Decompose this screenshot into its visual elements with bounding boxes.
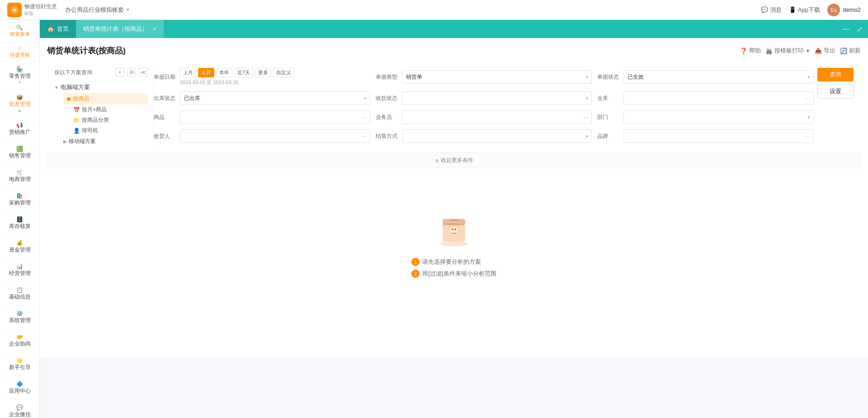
filter-row-1: 单据日期 上月 本月 本年 近7天 更多 (154, 68, 814, 86)
calendar-icon: 📅 (73, 107, 80, 113)
payment-status-input-wrap: ▼ (402, 91, 592, 105)
doc-type-input[interactable] (402, 70, 592, 84)
sidebar-item-inventory[interactable]: 🗄️ 库存核算 (0, 212, 39, 235)
tab-sales-stat[interactable]: 销货单统计表（按商品） ✕ (76, 20, 164, 38)
tree-item-by-clerk[interactable]: 👤 按司机 (71, 125, 148, 136)
sidebar-item-apps[interactable]: 🔷 应用中心 (0, 376, 39, 400)
sidebar-item-procurement[interactable]: 🛍️ 采购管理 (0, 188, 39, 212)
sidebar-item-operations[interactable]: 📊 经营管理 (0, 259, 39, 282)
export-icon: 📤 (815, 48, 822, 54)
salesperson-input[interactable] (402, 110, 592, 124)
sidebar-item-retail[interactable]: 🏪 零售管理 ▼ (0, 62, 39, 90)
payment-status-input[interactable] (402, 91, 592, 105)
department-input[interactable] (623, 110, 814, 124)
collapse-arrow-icon: ∧ (435, 157, 439, 164)
logo-icon (7, 3, 22, 17)
date-btn-more[interactable]: 更多 (255, 68, 271, 77)
help-btn[interactable]: ❓ 帮助 (740, 47, 761, 55)
tab-bar: 🏠 首页 销货单统计表（按商品） ✕ — ⤢ (40, 20, 868, 38)
system-icon: ⚙️ (16, 310, 23, 317)
search-menu-btn[interactable]: 🔍 搜索菜单 (0, 20, 39, 43)
home-icon: 🏠 (47, 26, 54, 33)
doc-status-input[interactable] (623, 70, 814, 84)
empty-tip-2: 2 用[过滤]条件来缩小分析范围 (411, 270, 496, 278)
recipient-label: 收货人 (154, 133, 176, 140)
print-btn[interactable]: 🖨️ 按模板打印 ▼ (765, 47, 810, 55)
sidebar-item-wechat[interactable]: 💬 企业微信 (0, 400, 39, 418)
tree-mobile-parent[interactable]: ▶ 移动端方案 (63, 136, 148, 147)
product-input-wrap: ··· (180, 110, 370, 124)
date-btn-this-year[interactable]: 本年 (216, 68, 232, 77)
tree-pc-children: 按商品 📅 按月+商品 📁 (54, 93, 148, 147)
sidebar-item-sales[interactable]: 💹 销售管理 (0, 141, 39, 165)
sidebar-item-enterprise[interactable]: 🤝 企业协同 (0, 329, 39, 353)
product-input[interactable] (180, 110, 370, 124)
date-btn-last-month[interactable]: 上月 (180, 68, 196, 77)
scheme-collapse-btn[interactable]: ≪ (139, 68, 148, 77)
brand-input[interactable] (623, 129, 814, 143)
tab-maximize-btn[interactable]: ⤢ (855, 23, 864, 35)
filter-left: 按以下方案查询 + ⚙ ≪ ▼ 电脑端方案 (54, 68, 154, 147)
tab-minimize-btn[interactable]: — (840, 23, 851, 35)
settings-button[interactable]: 设置 (817, 84, 854, 99)
procurement-icon: 🛍️ (16, 193, 23, 199)
sidebar-item-basic[interactable]: 📋 基础信息 (0, 282, 39, 306)
scheme-actions: + ⚙ ≪ (115, 68, 148, 77)
settlement-input[interactable] (402, 129, 592, 143)
filter-field-settlement: 结算方式 ▼ (376, 129, 592, 143)
filter-field-doc-type: 单据类型 ▼ (376, 70, 592, 84)
scheme-add-btn[interactable]: + (115, 68, 124, 77)
scheme-settings-btn[interactable]: ⚙ (127, 68, 136, 77)
sidebar-item-ecommerce[interactable]: 🛒 电商管理 (0, 165, 39, 188)
search-icon: 🔍 (4, 24, 36, 31)
query-button[interactable]: 查询 (817, 68, 854, 81)
sidebar-item-finance[interactable]: 💰 资金管理 (0, 235, 39, 259)
salesperson-dots[interactable]: ··· (581, 114, 590, 121)
sales-icon: 💹 (16, 146, 23, 152)
app-download-btn[interactable]: 📱 App下载 (789, 6, 820, 14)
date-btn-7days[interactable]: 近7天 (234, 68, 253, 77)
tree-pc-parent[interactable]: ▼ 电脑端方案 (54, 81, 148, 93)
collapse-conditions-btn[interactable]: ∧ 收起更多条件 (47, 152, 861, 168)
date-range-picker: 上月 本月 本年 近7天 更多 自定义 2023-03-01 至 20 (180, 68, 370, 86)
sidebar-item-wholesale[interactable]: 📦 批发管理 ▲ (0, 90, 39, 118)
logo-text: 畅捷信好生意 标版 (24, 3, 57, 16)
filter-field-brand: 品牌 ··· (597, 129, 814, 143)
logo-area: 畅捷信好生意 标版 (7, 3, 57, 17)
tree-item-by-category[interactable]: 📁 按商品分类 (71, 115, 148, 125)
filter-field-product: 商品 ··· (154, 110, 370, 124)
warehouse-input[interactable] (623, 91, 814, 105)
account-selector[interactable]: 办公用品行业模拟账套 ▼ (65, 6, 130, 14)
sidebar-item-marketing[interactable]: 📢 营销推广 (0, 118, 39, 141)
recipient-dots[interactable]: ··· (359, 133, 368, 140)
export-btn[interactable]: 📤 导出 (815, 47, 835, 55)
page-title: 销货单统计表(按商品) (47, 45, 126, 56)
sidebar-item-onboarding[interactable]: 🌟 新手引导 (0, 353, 39, 376)
out-status-input[interactable] (180, 91, 370, 105)
tab-close-icon[interactable]: ✕ (152, 26, 156, 32)
tree-subchild-items: 📅 按月+商品 📁 按商品分类 👤 (63, 104, 148, 136)
user-area[interactable]: Ea demo2 (827, 4, 861, 16)
svg-point-5 (450, 227, 458, 234)
tab-home[interactable]: 🏠 首页 (40, 20, 76, 38)
quick-nav-btn[interactable]: ☆ 快捷导航 (0, 43, 39, 62)
filter-wrapper: 按以下方案查询 + ⚙ ≪ ▼ 电脑端方案 (47, 62, 861, 168)
date-btn-this-month[interactable]: 本月 (198, 68, 214, 77)
settlement-label: 结算方式 (376, 133, 398, 140)
tree-item-by-month-product[interactable]: 📅 按月+商品 (71, 104, 148, 115)
svg-point-7 (454, 228, 456, 230)
empty-icon (431, 205, 476, 251)
recipient-input[interactable] (180, 129, 370, 143)
nav-icon: ☆ (0, 45, 39, 52)
doc-type-label: 单据类型 (376, 73, 398, 81)
sidebar-item-system[interactable]: ⚙️ 系统管理 (0, 306, 39, 329)
message-btn[interactable]: 💬 消息 (761, 6, 782, 14)
out-status-input-wrap: ▼ (180, 91, 370, 105)
date-btn-custom[interactable]: 自定义 (273, 68, 294, 77)
warehouse-dots[interactable]: ··· (803, 95, 812, 102)
refresh-btn[interactable]: 🔄 刷新 (840, 47, 861, 55)
tree-item-by-product[interactable]: 按商品 (63, 93, 148, 104)
doc-status-input-wrap: ▼ (623, 70, 814, 84)
brand-dots[interactable]: ··· (803, 133, 812, 140)
product-dots[interactable]: ··· (359, 114, 368, 121)
